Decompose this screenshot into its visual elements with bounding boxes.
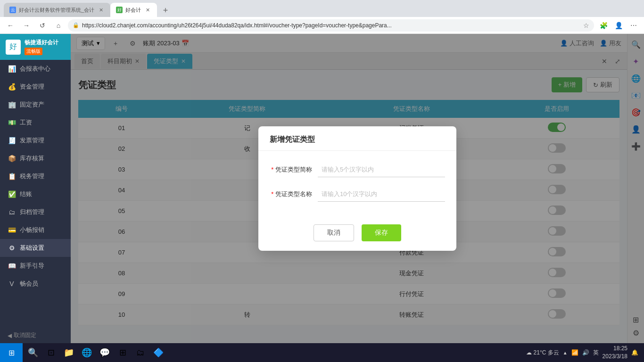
full-name-row: 凭证类型名称 bbox=[270, 187, 445, 202]
assets-icon: 🏢 bbox=[8, 100, 16, 109]
search-taskbar-icon: 🔍 bbox=[28, 347, 38, 358]
sidebar-item-assets[interactable]: 🏢 固定资产 bbox=[0, 96, 71, 114]
profile-btn[interactable]: 👤 bbox=[612, 19, 625, 32]
sidebar-item-close[interactable]: ✅ 结账 bbox=[0, 185, 71, 203]
files-icon: 🗂 bbox=[136, 348, 145, 358]
sidebar-item-expense[interactable]: 💳 小畅报销 bbox=[0, 221, 71, 239]
sidebar-item-settings-label: 基础设置 bbox=[20, 244, 44, 252]
sidebar-item-archive[interactable]: 🗂 归档管理 bbox=[0, 203, 71, 221]
expense-icon: 💳 bbox=[8, 226, 16, 234]
browser-actions: 🧩 👤 ⋯ bbox=[597, 19, 640, 32]
new-tab-button[interactable]: + bbox=[159, 4, 172, 17]
logo-text: 畅捷通好会计 流畅版 bbox=[25, 39, 58, 55]
taskbar-clock[interactable]: 18:25 2023/3/18 bbox=[603, 345, 627, 361]
logo-icon: 好 bbox=[6, 40, 21, 55]
sidebar-item-guide[interactable]: 📖 新手引导 bbox=[0, 257, 71, 275]
short-name-label: 凭证类型简称 bbox=[270, 165, 312, 174]
taskbar-edge[interactable]: 🔷 bbox=[150, 344, 167, 361]
sidebar-item-settings[interactable]: ⚙ 基础设置 bbox=[0, 239, 71, 257]
taskbar: ⊞ 🔍 ⊡ 📁 🌐 💬 ⊞ 🗂 🔷 ☁ 21°C 多云 bbox=[0, 343, 644, 362]
modal-overlay: 新增凭证类型 凭证类型简称 凭证类型名称 取消 保存 bbox=[71, 34, 644, 343]
start-button[interactable]: ⊞ bbox=[0, 343, 23, 362]
taskbar-search[interactable]: 🔍 bbox=[25, 344, 41, 361]
archive-icon: 🗂 bbox=[8, 208, 16, 216]
funds-icon: 💰 bbox=[8, 82, 16, 91]
sidebar-item-salary[interactable]: 💵 工资 bbox=[0, 114, 71, 132]
windows-icon: ⊞ bbox=[8, 348, 15, 357]
inventory-icon: 📦 bbox=[8, 154, 16, 163]
short-name-input[interactable] bbox=[318, 162, 445, 177]
clock-time: 18:25 bbox=[603, 345, 627, 353]
cancel-button[interactable]: 取消 bbox=[314, 224, 354, 241]
tab-label-2: 好会计 bbox=[125, 7, 141, 14]
full-name-label: 凭证类型名称 bbox=[270, 190, 312, 198]
wechat-icon: 💬 bbox=[99, 347, 110, 358]
add-voucher-type-modal: 新增凭证类型 凭证类型简称 凭证类型名称 取消 保存 bbox=[258, 126, 456, 251]
taskbar-file-explorer[interactable]: 📁 bbox=[60, 344, 77, 361]
sidebar-item-funds-label: 资金管理 bbox=[20, 82, 44, 91]
address-text: https://cloud2.chanjet.com/accounting/uh… bbox=[82, 22, 580, 29]
notification-icon[interactable]: 🔔 bbox=[631, 349, 638, 356]
save-button[interactable]: 保存 bbox=[362, 224, 401, 241]
sidebar-item-invoice[interactable]: 🧾 发票管理 bbox=[0, 132, 71, 149]
cancel-pin-label: 取消固定 bbox=[14, 331, 36, 339]
tab-1[interactable]: 云 好会计云财务软件管理系统_会计 ✕ bbox=[4, 3, 110, 17]
taskbar-right: ☁ 21°C 多云 ▲ 📶 🔊 英 18:25 2023/3/18 🔔 bbox=[520, 345, 644, 361]
taskbar-caret-up[interactable]: ▲ bbox=[563, 350, 568, 355]
sidebar-item-inventory-label: 库存核算 bbox=[20, 154, 44, 163]
close-period-icon: ✅ bbox=[8, 190, 16, 198]
taskbar-task-view[interactable]: ⊡ bbox=[42, 344, 59, 361]
tab-label-1: 好会计云财务软件管理系统_会计 bbox=[19, 7, 94, 14]
tax-icon: 📋 bbox=[8, 172, 16, 181]
tab-2[interactable]: 好 好会计 ✕ bbox=[110, 3, 157, 17]
logo-main-text: 畅捷通好会计 bbox=[25, 39, 58, 47]
tab-close-1[interactable]: ✕ bbox=[97, 6, 105, 14]
sidebar-item-inventory[interactable]: 📦 库存核算 bbox=[0, 149, 71, 167]
taskbar-wechat[interactable]: 💬 bbox=[96, 344, 113, 361]
more-btn[interactable]: ⋯ bbox=[627, 19, 640, 32]
sidebar-item-close-label: 结账 bbox=[20, 190, 32, 198]
sidebar-item-funds[interactable]: 💰 资金管理 bbox=[0, 78, 71, 96]
folder-icon: 📁 bbox=[64, 347, 74, 358]
apps-icon: ⊞ bbox=[119, 347, 126, 358]
nav-back-button[interactable]: ← bbox=[4, 19, 17, 32]
nav-refresh-button[interactable]: ↺ bbox=[36, 19, 49, 32]
sidebar-item-tax[interactable]: 📋 税务管理 bbox=[0, 167, 71, 185]
tab-favicon-1: 云 bbox=[9, 7, 16, 13]
taskbar-wifi-icon: 📶 bbox=[571, 349, 578, 356]
sidebar-logo[interactable]: 好 畅捷通好会计 流畅版 bbox=[0, 34, 71, 60]
sidebar-item-reports[interactable]: 📊 会报表中心 bbox=[0, 60, 71, 78]
clock-date: 2023/3/18 bbox=[603, 353, 627, 361]
logo-badge: 流畅版 bbox=[25, 48, 42, 55]
taskbar-sound-icon: 🔊 bbox=[582, 349, 589, 356]
pin-icon: ◀ bbox=[8, 332, 12, 339]
weather-info[interactable]: ☁ 21°C 多云 bbox=[526, 349, 559, 357]
sidebar-item-assets-label: 固定资产 bbox=[20, 100, 44, 109]
nav-forward-button[interactable]: → bbox=[20, 19, 33, 32]
address-bar[interactable]: 🔒 https://cloud2.chanjet.com/accounting/… bbox=[68, 19, 594, 32]
taskbar-apps[interactable]: ⊞ bbox=[114, 344, 131, 361]
cancel-pin-btn[interactable]: ◀ 取消固定 bbox=[0, 328, 71, 343]
weather-icon: ☁ bbox=[526, 349, 532, 356]
sidebar-item-expense-label: 小畅报销 bbox=[20, 226, 44, 234]
tab-close-2[interactable]: ✕ bbox=[144, 6, 151, 14]
weather-temp: 21°C 多云 bbox=[534, 349, 559, 357]
tab-favicon-2: 好 bbox=[116, 7, 123, 13]
nav-home-button[interactable]: ⌂ bbox=[52, 19, 65, 32]
full-name-input[interactable] bbox=[318, 187, 445, 202]
task-view-icon: ⊡ bbox=[48, 347, 55, 358]
extensions-btn[interactable]: 🧩 bbox=[597, 19, 610, 32]
member-icon: V bbox=[8, 280, 16, 288]
taskbar-files[interactable]: 🗂 bbox=[132, 344, 149, 361]
settings-icon: ⚙ bbox=[8, 244, 16, 252]
address-star[interactable]: ☆ bbox=[583, 22, 589, 29]
sidebar-item-member[interactable]: V 畅会员 bbox=[0, 275, 71, 293]
browser-chrome: 云 好会计云财务软件管理系统_会计 ✕ 好 好会计 ✕ + ← → ↺ ⌂ 🔒 … bbox=[0, 0, 644, 34]
modal-footer: 取消 保存 bbox=[258, 219, 456, 251]
modal-body: 凭证类型简称 凭证类型名称 bbox=[258, 151, 456, 219]
short-name-row: 凭证类型简称 bbox=[270, 162, 445, 177]
sidebar-item-archive-label: 归档管理 bbox=[20, 208, 44, 216]
sidebar-item-guide-label: 新手引导 bbox=[20, 262, 44, 270]
taskbar-chrome[interactable]: 🌐 bbox=[78, 344, 95, 361]
sidebar: 好 畅捷通好会计 流畅版 📊 会报表中心 💰 资金管理 🏢 固定资产 💵 工资 … bbox=[0, 34, 71, 343]
